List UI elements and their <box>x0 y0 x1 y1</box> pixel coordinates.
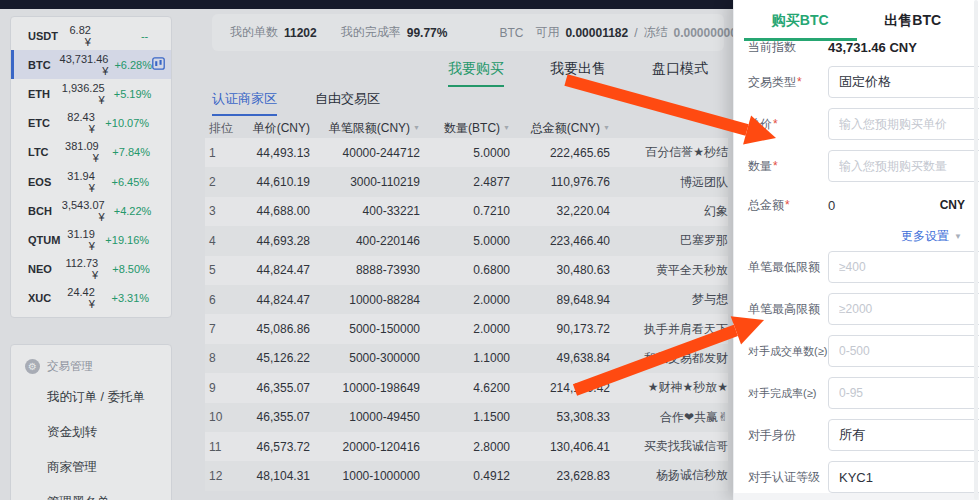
limit-cell: 10000-49450 <box>310 410 420 424</box>
quantity-input[interactable] <box>839 159 979 173</box>
table-row[interactable]: 644,824.4710000-882842.000089,648.94梦与想 <box>205 285 728 314</box>
total-cell: 222,465.65 <box>510 146 610 160</box>
scrollbar[interactable] <box>974 0 978 500</box>
coin-row-usdt[interactable]: USDT6.82 ¥-- <box>11 21 171 50</box>
unit-price-input[interactable] <box>839 117 979 131</box>
coin-change: +8.50% <box>98 263 150 275</box>
coin-row-etc[interactable]: ETC82.43 ¥+10.07% <box>11 109 171 138</box>
total-cell: 130,406.41 <box>510 440 610 454</box>
min-limit-input[interactable] <box>839 260 979 274</box>
separator: / <box>634 26 637 40</box>
table-row[interactable]: 444,693.28400-2201465.0000223,466.40巴塞罗那 <box>205 226 728 255</box>
merchant-cell: 幻象 <box>610 203 728 220</box>
table-row[interactable]: 244,610.193000-1102192.4877110,976.76博远团… <box>205 167 728 196</box>
counterparty-orders-input[interactable] <box>839 344 979 358</box>
amount-cell: 5.0000 <box>420 234 510 248</box>
tab-sell[interactable]: 我要出售 <box>550 60 606 87</box>
total-cell: 214,160.42 <box>510 381 610 395</box>
merchant-cell: 黄平全天秒放 <box>610 262 728 279</box>
tab-buy[interactable]: 我要购买 <box>448 60 504 87</box>
total-cell: 89,648.94 <box>510 293 610 307</box>
coin-symbol: LTC <box>28 146 65 158</box>
coin-price: 43,731.46 ¥ <box>60 53 109 77</box>
main-area: USDT6.82 ¥--BTC43,731.46 ¥+6.28%ETH1,936… <box>0 0 733 500</box>
limit-cell: 5000-300000 <box>310 351 420 365</box>
counterparty-orders-label: 对手成交单数(≥) <box>748 344 827 359</box>
more-settings-link[interactable]: 更多设置 ▼ <box>901 228 962 245</box>
table-header-row: 排位单价(CNY)单笔限额(CNY)▼数量(BTC)▼总金额(CNY)▼ <box>205 118 728 138</box>
coin-row-eth[interactable]: ETH1,936.25 ¥+5.19% <box>11 79 171 108</box>
coin-change: +3.31% <box>95 292 149 304</box>
sidebar-item-fund-transfer[interactable]: 资金划转 <box>11 415 171 450</box>
tab-certified-merchants[interactable]: 认证商家区 <box>212 90 277 116</box>
price-cell: 48,104.31 <box>235 469 310 483</box>
table-row[interactable]: 1146,573.7220000-1204162.8000130,406.41买… <box>205 432 728 461</box>
coin-row-btc[interactable]: BTC43,731.46 ¥+6.28% <box>11 50 171 79</box>
field-counterparty-kyc: 对手认证等级 KYC1 ▼ <box>734 461 979 493</box>
coin-row-xuc[interactable]: XUC24.42 ¥+3.31% <box>11 284 171 313</box>
table-row[interactable]: 144,493.1340000-2447125.0000222,465.65百分… <box>205 138 728 167</box>
trade-type-select[interactable]: 固定价格 ▼ <box>828 66 979 98</box>
orders-label: 我的单数 <box>230 24 278 41</box>
table-row[interactable]: 745,086.865000-1500002.000090,173.72执手并肩… <box>205 314 728 343</box>
tab-orderbook-mode[interactable]: 盘口模式 <box>652 60 708 87</box>
field-min-limit: 单笔最低限额 CNY <box>734 251 979 283</box>
sidebar-item-merchant-management[interactable]: 商家管理 <box>11 450 171 485</box>
counterparty-identity-select[interactable]: 所有 ▼ <box>828 419 979 451</box>
table-row[interactable]: 1046,355.0710000-494501.150053,308.33合作❤… <box>205 403 728 432</box>
limit-cell: 10000-88284 <box>310 293 420 307</box>
price-cell: 45,126.22 <box>235 351 310 365</box>
coin-icon-slot <box>152 57 165 72</box>
column-header[interactable]: 单笔限额(CNY)▼ <box>310 120 420 137</box>
column-header[interactable]: 数量(BTC)▼ <box>420 120 510 137</box>
price-cell: 46,573.72 <box>235 440 310 454</box>
coin-label: BTC <box>499 26 523 40</box>
sort-arrow-icon: ▼ <box>413 124 420 131</box>
column-header-label: 单笔限额(CNY) <box>329 121 410 135</box>
sidebar-item-blacklist-management[interactable]: 管理黑名单 <box>11 485 171 500</box>
table-row[interactable]: 845,126.225000-3000001.100049,638.84和我交易… <box>205 344 728 373</box>
total-cell: 53,308.33 <box>510 410 610 424</box>
counterparty-identity-label: 对手身份 <box>748 427 796 444</box>
coin-row-eos[interactable]: EOS31.94 ¥+6.45% <box>11 167 171 196</box>
price-cell: 44,693.28 <box>235 234 310 248</box>
main-tab-bar: 我要购买我要出售盘口模式 <box>212 60 724 87</box>
max-limit-input[interactable] <box>839 302 979 316</box>
column-header[interactable]: 总金额(CNY)▼ <box>510 120 610 137</box>
coin-row-bch[interactable]: BCH3,543.07 ¥+4.22% <box>11 196 171 225</box>
top-navbar <box>0 0 733 9</box>
frozen-value: 0.00000000 <box>674 26 733 40</box>
tab-free-trade[interactable]: 自由交易区 <box>315 90 380 116</box>
table-row[interactable]: 1248,104.311000-10000000.491223,628.83杨扬… <box>205 461 728 490</box>
sub-tab-bar: 认证商家区自由交易区 <box>212 90 380 116</box>
required-mark: * <box>785 198 790 212</box>
counterparty-kyc-select[interactable]: KYC1 ▼ <box>828 461 979 493</box>
coin-change: +19.16% <box>95 234 149 246</box>
table-row[interactable]: 344,688.00400-332210.721032,220.04幻象 <box>205 197 728 226</box>
price-cell: 44,610.19 <box>235 175 310 189</box>
limit-cell: 1000-1000000 <box>310 469 420 483</box>
order-form-panel: 购买BTC出售BTC 当前指数 43,731.46 CNY 交易类型* 固定价格… <box>733 0 979 500</box>
coin-row-ltc[interactable]: LTC381.09 ¥+7.84% <box>11 138 171 167</box>
total-amount-value: 0 <box>828 198 835 213</box>
coin-price: 3,543.07 ¥ <box>62 199 105 223</box>
amount-cell: 0.4912 <box>420 469 510 483</box>
rank-cell: 9 <box>205 381 235 395</box>
rank-cell: 11 <box>205 440 235 454</box>
table-row[interactable]: 544,824.478888-739300.680030,480.63黄平全天秒… <box>205 256 728 285</box>
table-row[interactable]: 946,355.0710000-1986494.6200214,160.42★财… <box>205 373 728 402</box>
kline-chart-icon <box>152 57 165 72</box>
amount-cell: 1.1000 <box>420 351 510 365</box>
counterparty-rate-input[interactable] <box>839 386 979 400</box>
trade-management-card: ⚙ 交易管理 我的订单 / 委托单资金划转商家管理管理黑名单 <box>10 344 172 500</box>
amount-cell: 1.1500 <box>420 410 510 424</box>
coin-row-neo[interactable]: NEO112.73 ¥+8.50% <box>11 255 171 284</box>
limit-cell: 10000-198649 <box>310 381 420 395</box>
sidebar-item-my-orders[interactable]: 我的订单 / 委托单 <box>11 380 171 415</box>
trade-type-value: 固定价格 <box>839 73 891 91</box>
coin-row-qtum[interactable]: QTUM31.19 ¥+19.16% <box>11 225 171 254</box>
required-mark: * <box>773 159 778 173</box>
total-cell: 110,976.76 <box>510 175 610 189</box>
sort-arrow-icon: ▼ <box>603 124 610 131</box>
coin-symbol: USDT <box>28 30 69 42</box>
